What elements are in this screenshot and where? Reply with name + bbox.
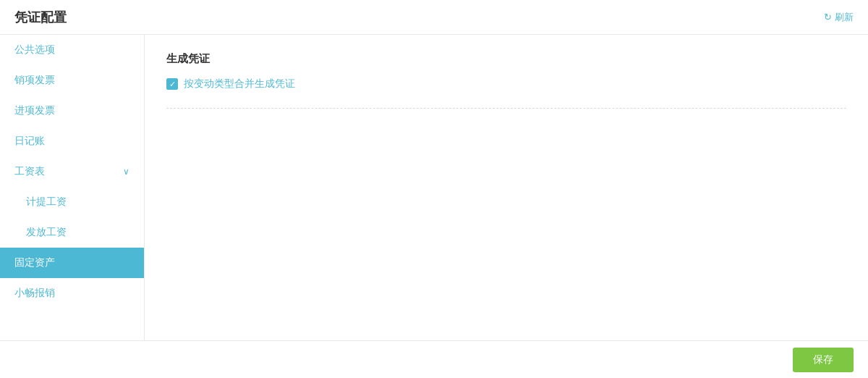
sidebar-item-payroll-distribute[interactable]: 发放工资 [0,217,144,248]
sidebar-item-label: 发放工资 [26,226,67,239]
main-content: 生成凭证 按变动类型合并生成凭证 [145,35,868,340]
section-title: 生成凭证 [166,52,846,66]
sidebar-item-purchase-invoice[interactable]: 进项发票 [0,96,144,126]
sidebar-item-payroll-calculate[interactable]: 计提工资 [0,187,144,217]
merge-checkbox[interactable] [166,78,178,90]
chevron-down-icon: ∨ [123,167,129,177]
sidebar-item-payroll[interactable]: 工资表∨ [0,156,144,187]
sidebar-item-label: 公共选项 [14,43,55,56]
page-title: 凭证配置 [14,9,67,26]
sidebar-item-expense-claim[interactable]: 小畅报销 [0,278,144,308]
refresh-button[interactable]: ↻ 刷新 [824,11,854,24]
sidebar-item-label: 销项发票 [14,74,55,87]
sidebar-item-label: 工资表 [14,165,45,178]
sidebar-item-label: 进项发票 [14,104,55,117]
sidebar-item-label: 计提工资 [26,196,67,209]
sidebar-item-sales-invoice[interactable]: 销项发票 [0,65,144,96]
section-divider [166,108,846,109]
sidebar-item-label: 日记账 [14,135,45,148]
page-wrapper: 凭证配置 ↻ 刷新 公共选项销项发票进项发票日记账工资表∨计提工资发放工资固定资… [0,0,868,378]
sidebar-item-label: 固定资产 [14,256,55,269]
header: 凭证配置 ↻ 刷新 [0,0,868,35]
save-button[interactable]: 保存 [793,348,854,372]
sidebar-item-label: 小畅报销 [14,287,55,300]
sidebar-item-journal[interactable]: 日记账 [0,126,144,156]
merge-checkbox-label[interactable]: 按变动类型合并生成凭证 [184,77,295,91]
sidebar: 公共选项销项发票进项发票日记账工资表∨计提工资发放工资固定资产小畅报销 [0,35,145,340]
refresh-label: 刷新 [835,11,854,24]
sidebar-item-fixed-assets[interactable]: 固定资产 [0,248,144,278]
body-layout: 公共选项销项发票进项发票日记账工资表∨计提工资发放工资固定资产小畅报销 生成凭证… [0,35,868,340]
checkbox-row: 按变动类型合并生成凭证 [166,77,846,91]
refresh-icon: ↻ [824,12,832,22]
sidebar-item-public-options[interactable]: 公共选项 [0,35,144,65]
footer: 保存 [0,340,868,378]
